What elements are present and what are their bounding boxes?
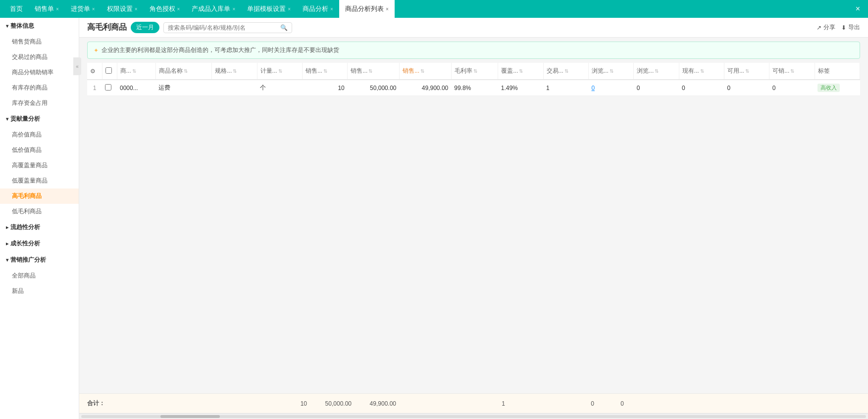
col-unit[interactable]: 计量... ⇅ (257, 63, 302, 80)
sort-icon-sales2[interactable]: ⇅ (368, 68, 372, 74)
sort-icon-sales3[interactable]: ⇅ (420, 68, 424, 74)
col-sales3[interactable]: 销售... ⇅ (399, 63, 451, 80)
sidebar-group-growth[interactable]: ▸ 成长性分析 (0, 235, 79, 252)
sort-icon-unit[interactable]: ⇅ (278, 68, 282, 74)
sidebar-item-traded-goods[interactable]: 交易过的商品 (0, 49, 79, 65)
col-spec[interactable]: 规格... ⇅ (212, 63, 257, 80)
nav-item-analysis-list[interactable]: 商品分析列表 × (339, 0, 395, 18)
settings-icon[interactable]: ⚙ (90, 68, 96, 75)
footer-spacer3 (508, 400, 567, 407)
nav-item-products[interactable]: 产成品入库单 × (186, 0, 241, 18)
sidebar-item-in-stock[interactable]: 有库存的商品 (0, 80, 79, 95)
table-container: ⚙ 商... ⇅ 商品名称 (79, 63, 868, 393)
col-sales1[interactable]: 销售... ⇅ (302, 63, 347, 80)
sort-icon-browse2[interactable]: ⇅ (655, 68, 659, 74)
col-transactions[interactable]: 交易... ⇅ (543, 63, 588, 80)
col-name[interactable]: 商品名称 ⇅ (155, 63, 212, 80)
col-code[interactable]: 商... ⇅ (117, 63, 155, 80)
sidebar: ▾ 整体信息 销售货商品 交易过的商品 商品分销助销率 有库存的商品 库存资金占… (0, 18, 79, 419)
bottom-scrollbar[interactable] (79, 413, 868, 419)
sort-icon-transactions[interactable]: ⇅ (564, 68, 568, 74)
nav-item-templates[interactable]: 单据模板设置 × (241, 0, 297, 18)
search-icon[interactable]: 🔍 (280, 24, 288, 31)
export-button[interactable]: ⬇ 导出 (841, 23, 860, 32)
close-all-button[interactable]: × (852, 4, 864, 13)
nav-item-sales[interactable]: 销售单 × (29, 0, 65, 18)
col-sales2[interactable]: 销售... ⇅ (348, 63, 400, 80)
col-tag: 标签 (815, 63, 860, 80)
filter-recent-month[interactable]: 近一月 (131, 22, 159, 33)
sort-icon-browse1[interactable]: ⇅ (610, 68, 613, 74)
nav-item-analysis[interactable]: 商品分析 × (297, 0, 339, 18)
sidebar-item-low-margin[interactable]: 低毛利商品 (0, 204, 79, 219)
col-gross-rate[interactable]: 毛利率 ⇅ (451, 63, 498, 80)
sort-icon-saleable[interactable]: ⇅ (790, 68, 794, 74)
col-browse1[interactable]: 浏览... ⇅ (588, 63, 633, 80)
info-banner: ✦ 企业的主要的利润都是这部分商品创造的，可考虑加大推广，同时关注库存是不要出现… (87, 42, 860, 59)
sidebar-item-stock-capital[interactable]: 库存资金占用 (0, 95, 79, 111)
sort-icon-name[interactable]: ⇅ (184, 68, 188, 74)
row-checkbox-cell[interactable] (102, 80, 117, 96)
sidebar-group-trend[interactable]: ▸ 流趋性分析 (0, 219, 79, 235)
nav-close-sales[interactable]: × (56, 6, 59, 12)
nav-close-templates[interactable]: × (288, 6, 291, 12)
nav-item-purchase[interactable]: 进货单 × (65, 0, 101, 18)
nav-item-home[interactable]: 首页 (4, 0, 29, 18)
main-layout: ▾ 整体信息 销售货商品 交易过的商品 商品分销助销率 有库存的商品 库存资金占… (0, 18, 868, 419)
col-available[interactable]: 可用... ⇅ (724, 63, 769, 80)
nav-item-roles[interactable]: 角色授权 × (144, 0, 186, 18)
row-checkbox[interactable] (105, 84, 111, 91)
row-name: 运费 (155, 80, 212, 96)
row-gross-rate: 99.8% (451, 80, 498, 96)
row-tag: 高收入 (815, 80, 860, 96)
nav-item-permissions[interactable]: 权限设置 × (101, 0, 144, 18)
col-current[interactable]: 现有... ⇅ (679, 63, 724, 80)
sidebar-group-marketing[interactable]: ▾ 营销推广分析 (0, 252, 79, 268)
arrow-marketing: ▾ (6, 257, 8, 263)
sidebar-item-high-coverage[interactable]: 高覆盖量商品 (0, 158, 79, 173)
export-icon: ⬇ (841, 24, 846, 31)
row-browse1[interactable]: 0 (588, 80, 633, 96)
sort-icon-current[interactable]: ⇅ (700, 68, 704, 74)
sidebar-item-high-margin[interactable]: 高毛利商品 (0, 188, 79, 204)
sort-icon-spec[interactable]: ⇅ (233, 68, 237, 74)
select-all-checkbox[interactable] (105, 67, 112, 74)
arrow-overall: ▾ (6, 23, 8, 29)
col-browse2[interactable]: 浏览... ⇅ (634, 63, 679, 80)
row-sales2: 50,000.00 (348, 80, 400, 96)
arrow-trend: ▸ (6, 225, 8, 230)
nav-close-purchase[interactable]: × (92, 6, 95, 12)
sidebar-item-all-goods[interactable]: 全部商品 (0, 268, 79, 283)
sidebar-item-distribution-rate[interactable]: 商品分销助销率 (0, 65, 79, 80)
sidebar-group-overall[interactable]: ▾ 整体信息 (0, 18, 79, 34)
sidebar-item-new-goods[interactable]: 新品 (0, 283, 79, 299)
top-navigation: 首页 销售单 × 进货单 × 权限设置 × 角色授权 × 产成品入库单 × 单据… (0, 0, 868, 18)
col-settings[interactable]: ⚙ (87, 63, 102, 80)
nav-close-roles[interactable]: × (177, 6, 180, 12)
share-button[interactable]: ↗ 分享 (817, 23, 835, 32)
sidebar-item-low-value[interactable]: 低价值商品 (0, 142, 79, 158)
sidebar-group-contribution[interactable]: ▾ 贡献量分析 (0, 111, 79, 127)
sort-icon-sales1[interactable]: ⇅ (323, 68, 327, 74)
share-icon: ↗ (817, 24, 821, 31)
search-box[interactable]: 🔍 (163, 22, 292, 33)
sidebar-collapse-button[interactable]: « (73, 57, 81, 75)
search-input[interactable] (168, 24, 278, 31)
scrollbar-thumb[interactable] (160, 415, 220, 418)
sort-icon-available[interactable]: ⇅ (745, 68, 749, 74)
nav-close-analysis[interactable]: × (330, 6, 333, 12)
row-transactions: 1 (543, 80, 588, 96)
scrollbar-track[interactable] (81, 415, 866, 418)
nav-close-permissions[interactable]: × (135, 6, 138, 12)
sidebar-item-sales-goods[interactable]: 销售货商品 (0, 34, 79, 49)
nav-close-analysis-list[interactable]: × (386, 6, 389, 12)
col-saleable[interactable]: 可销... ⇅ (769, 63, 815, 80)
col-coverage[interactable]: 覆盖... ⇅ (498, 63, 543, 80)
sort-icon-gross-rate[interactable]: ⇅ (473, 68, 477, 74)
sort-icon-code[interactable]: ⇅ (132, 68, 136, 74)
nav-close-products[interactable]: × (232, 6, 235, 12)
sidebar-item-high-value[interactable]: 高价值商品 (0, 127, 79, 142)
col-checkbox (102, 63, 117, 80)
sidebar-item-low-coverage[interactable]: 低覆盖量商品 (0, 173, 79, 188)
sort-icon-coverage[interactable]: ⇅ (519, 68, 523, 74)
